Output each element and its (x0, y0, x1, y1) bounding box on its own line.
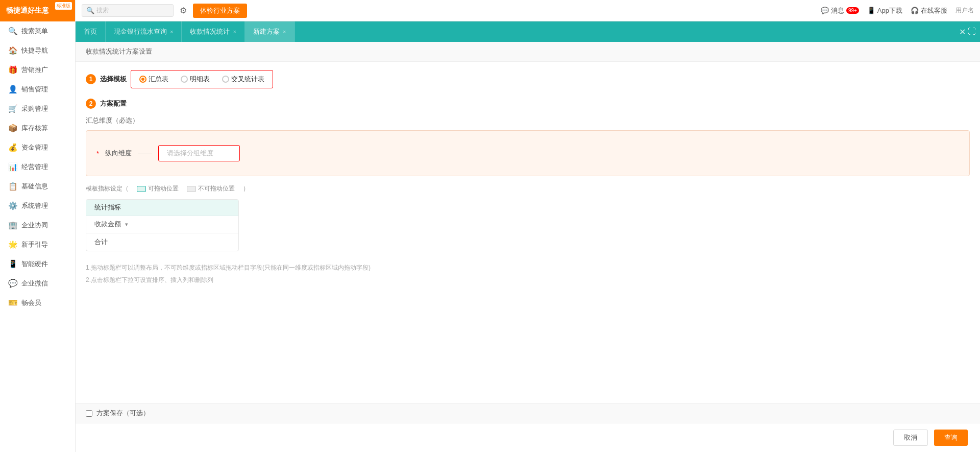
nodrag-legend-box (187, 186, 196, 192)
tab-label-home: 首页 (84, 27, 97, 36)
dimension-area: * 纵向维度 —— 请选择分组维度 (86, 130, 970, 176)
bottom-action-bar: 取消 查询 (76, 423, 980, 452)
sidebar-item-label-finance: 资金管理 (21, 143, 48, 152)
message-button[interactable]: 💬 消息 99+ (821, 6, 859, 15)
sidebar-item-label-smart-hw: 智能硬件 (21, 259, 48, 269)
inventory-icon: 📦 (8, 124, 17, 133)
sidebar-item-label-quick-nav: 快捷导航 (21, 46, 48, 55)
template-selection-box: 汇总表 明细表 交叉统计表 (131, 70, 273, 88)
finance-icon: 💰 (8, 143, 17, 152)
sidebar-item-basic-info[interactable]: 📋基础信息 (0, 177, 75, 196)
drag-legend-box (137, 186, 146, 192)
radio-summary-label: 汇总表 (149, 75, 168, 84)
sidebar-item-purchase[interactable]: 🛒采购管理 (0, 99, 75, 118)
sidebar-item-smart-hw[interactable]: 📱智能硬件 (0, 254, 75, 274)
radio-crosstab[interactable]: 交叉统计表 (222, 75, 264, 84)
save-checkbox[interactable] (86, 410, 92, 417)
sidebar-logo: 畅捷通好生意 标准版 (0, 0, 75, 21)
topbar-right: 💬 消息 99+ 📱 App下载 🎧 在线客服 用户名 (821, 6, 974, 15)
page-title: 收款情况统计方案设置 (76, 42, 980, 62)
wechat-icon: 💬 (8, 279, 17, 288)
sidebar-item-system[interactable]: ⚙️系统管理 (0, 196, 75, 216)
tab-label-new-plan: 新建方案 (253, 27, 280, 36)
indicator-settings: 模板指标设定（ 可拖动位置 不可拖动位置 ） 统计指标 (86, 184, 970, 251)
sidebar-item-sales[interactable]: 👤销售管理 (0, 80, 75, 99)
tab-bank-flow[interactable]: 现金银行流水查询× (106, 21, 182, 42)
main-area: 🔍 搜索 ⚙ 体验行业方案 💬 消息 99+ 📱 App下载 🎧 在线客服 用户… (76, 0, 980, 452)
indicator-table: 统计指标 收款金额 ▾ 合计 (86, 199, 239, 251)
tab-fullscreen-button[interactable]: ⛶ (968, 27, 976, 36)
sidebar-item-label-guide: 新手引导 (21, 240, 48, 249)
smart-hw-icon: 📱 (8, 259, 17, 269)
system-icon: ⚙️ (8, 201, 17, 210)
drag-legend-label: 可拖动位置 (148, 184, 179, 193)
sidebar-item-label-member: 畅会员 (21, 298, 41, 307)
sidebar-item-marketing[interactable]: 🎁营销推广 (0, 60, 75, 80)
step2-header: 2 方案配置 (86, 99, 970, 109)
quick-nav-icon: 🏠 (8, 46, 17, 55)
step1-number: 1 (86, 74, 96, 84)
tips-line-2: 2.点击标题栏下拉可设置排序、插入列和删除列 (86, 274, 970, 286)
app-download-label: App下载 (877, 6, 902, 15)
basic-info-icon: 📋 (8, 182, 17, 191)
sidebar-item-label-search-menu: 搜索菜单 (21, 27, 48, 36)
step2-number: 2 (86, 99, 96, 109)
sidebar-item-label-marketing: 营销推广 (21, 65, 48, 75)
drag-legend-item: 可拖动位置 (137, 184, 179, 193)
sidebar-item-operations[interactable]: 📊经营管理 (0, 157, 75, 177)
sidebar-nav: 🔍搜索菜单🏠快捷导航🎁营销推广👤销售管理🛒采购管理📦库存核算💰资金管理📊经营管理… (0, 21, 75, 452)
gear-icon[interactable]: ⚙ (180, 6, 187, 15)
content-body: 1 选择模板 汇总表 明细表 交叉统计表 (76, 62, 980, 403)
indicator-close-paren: ） (243, 184, 249, 193)
tab-close-bank-flow[interactable]: × (170, 29, 173, 35)
industry-plan-button[interactable]: 体验行业方案 (193, 4, 247, 18)
query-button[interactable]: 查询 (934, 430, 968, 446)
topbar-search-box[interactable]: 🔍 搜索 (82, 4, 174, 17)
cancel-button[interactable]: 取消 (893, 430, 928, 446)
sidebar-item-enterprise[interactable]: 🏢企业协同 (0, 216, 75, 235)
radio-summary[interactable]: 汇总表 (139, 75, 168, 84)
tab-close-receipt-stats[interactable]: × (233, 29, 236, 35)
sidebar-logo-text: 畅捷通好生意 (6, 6, 49, 15)
tab-close-all-button[interactable]: ✕ (959, 27, 966, 37)
sidebar-item-label-sales: 销售管理 (21, 85, 48, 94)
sidebar-item-inventory[interactable]: 📦库存核算 (0, 118, 75, 138)
sidebar-item-label-purchase: 采购管理 (21, 104, 48, 113)
tab-home[interactable]: 首页 (76, 21, 106, 42)
nodrag-legend-label: 不可拖动位置 (198, 184, 235, 193)
app-download-button[interactable]: 📱 App下载 (867, 6, 902, 15)
nodrag-legend-item: 不可拖动位置 (187, 184, 235, 193)
sidebar-item-finance[interactable]: 💰资金管理 (0, 138, 75, 157)
sidebar-item-member[interactable]: 🎫畅会员 (0, 293, 75, 313)
sidebar-logo-badge: 标准版 (55, 2, 72, 10)
sidebar-item-wechat[interactable]: 💬企业微信 (0, 274, 75, 293)
indicator-cell-label-1: 合计 (94, 237, 108, 247)
sidebar-item-quick-nav[interactable]: 🏠快捷导航 (0, 41, 75, 60)
sidebar-item-search-menu[interactable]: 🔍搜索菜单 (0, 21, 75, 41)
sidebar-item-label-basic-info: 基础信息 (21, 182, 48, 191)
indicator-cell-label-0: 收款金额 (94, 220, 121, 229)
step2-section: 2 方案配置 汇总维度（必选） * 纵向维度 —— 请选择分组维度 (86, 99, 970, 286)
radio-detail[interactable]: 明细表 (181, 75, 210, 84)
tab-close-new-plan[interactable]: × (283, 29, 286, 35)
sales-icon: 👤 (8, 85, 17, 94)
indicator-table-header: 统计指标 (86, 200, 238, 216)
summary-dim-title: 汇总维度（必选） (86, 116, 970, 125)
sidebar-item-guide[interactable]: 🌟新手引导 (0, 235, 75, 254)
radio-detail-label: 明细表 (190, 75, 210, 84)
tab-new-plan[interactable]: 新建方案× (245, 21, 295, 42)
dropdown-icon-0[interactable]: ▾ (125, 221, 128, 228)
online-service-button[interactable]: 🎧 在线客服 (911, 6, 947, 15)
enterprise-icon: 🏢 (8, 221, 17, 230)
indicator-row-0[interactable]: 收款金额 ▾ (86, 216, 238, 233)
tips-line-1: 1.拖动标题栏可以调整布局，不可跨维度或指标区域拖动栏目字段(只能在同一维度或指… (86, 261, 970, 274)
step1-section: 1 选择模板 汇总表 明细表 交叉统计表 (86, 70, 970, 88)
vertical-dim-select[interactable]: 请选择分组维度 (158, 145, 240, 161)
tab-receipt-stats[interactable]: 收款情况统计× (182, 21, 244, 42)
sidebar: 畅捷通好生意 标准版 🔍搜索菜单🏠快捷导航🎁营销推广👤销售管理🛒采购管理📦库存核… (0, 0, 76, 452)
member-icon: 🎫 (8, 298, 17, 307)
marketing-icon: 🎁 (8, 65, 17, 75)
indicator-row-1: 合计 (86, 233, 238, 251)
step1-label: 选择模板 (100, 75, 127, 84)
radio-detail-circle (181, 76, 188, 83)
